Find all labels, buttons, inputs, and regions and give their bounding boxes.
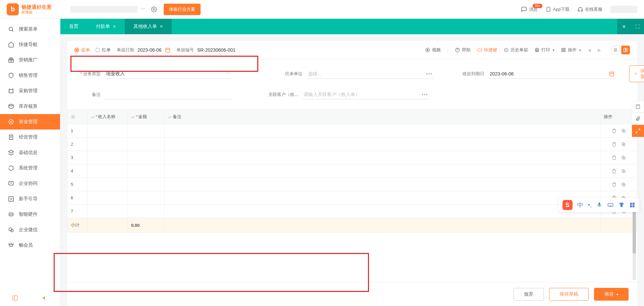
help-link[interactable]: 帮助: [455, 47, 471, 53]
rail-expand-button[interactable]: [632, 125, 644, 137]
tab-close-all-button[interactable]: ✕: [617, 19, 631, 34]
ops-link[interactable]: 操作▾: [561, 47, 581, 53]
table-row[interactable]: 4: [67, 164, 637, 178]
ime-keyboard-icon[interactable]: [607, 202, 614, 208]
col-remark[interactable]: ▴▾备注: [165, 110, 600, 124]
row-copy-button[interactable]: [621, 142, 626, 147]
cell-amount[interactable]: [128, 164, 165, 178]
tab-1[interactable]: 付款单✕: [87, 19, 125, 34]
history-link[interactable]: 历史单据: [504, 47, 528, 53]
party-input[interactable]: [307, 69, 434, 79]
table-row[interactable]: 3: [67, 151, 637, 164]
row-copy-button[interactable]: [621, 129, 626, 133]
print-link[interactable]: 打印▾: [535, 47, 554, 53]
cell-remark[interactable]: [165, 164, 600, 178]
sidebar-item-money[interactable]: 资金管理: [0, 114, 60, 130]
cell-income-name[interactable]: [88, 164, 128, 178]
company-selector[interactable]: ﹀: [70, 6, 146, 13]
sidebar-item-wechat[interactable]: 企业微信: [0, 222, 60, 238]
sidebar-item-bag[interactable]: 采购管理: [0, 83, 60, 99]
cell-amount[interactable]: [128, 151, 165, 164]
messages-link[interactable]: 消息 99+: [521, 6, 538, 12]
row-copy-button[interactable]: [621, 169, 626, 173]
row-delete-button[interactable]: [612, 129, 616, 133]
table-row[interactable]: 2: [67, 138, 637, 151]
setting-button[interactable]: 设置: [629, 65, 644, 82]
ime-skin-icon[interactable]: [619, 202, 625, 208]
close-icon[interactable]: ✕: [160, 24, 163, 29]
cell-amount[interactable]: [128, 191, 165, 205]
cell-remark[interactable]: [165, 124, 600, 138]
ime-mic-icon[interactable]: [596, 202, 602, 208]
col-gear-header[interactable]: [67, 110, 88, 124]
ime-punct-button[interactable]: •,: [588, 202, 592, 209]
cell-income-name[interactable]: [88, 138, 128, 151]
related-customer-input[interactable]: [302, 90, 430, 99]
calendar-icon[interactable]: [165, 47, 170, 53]
row-delete-button[interactable]: [612, 169, 616, 173]
cell-remark[interactable]: [165, 205, 600, 218]
row-delete-button[interactable]: [612, 142, 616, 147]
sidebar-item-home[interactable]: 快捷导航: [0, 37, 60, 52]
sidebar-item-chat[interactable]: 企业协同: [0, 176, 60, 191]
tab-2[interactable]: 其他收入单✕: [125, 19, 172, 34]
ime-toolbox-icon[interactable]: [629, 202, 635, 208]
view-form-button[interactable]: [621, 46, 630, 54]
col-income-name[interactable]: ▴▾*收入名称: [88, 110, 128, 124]
cell-amount[interactable]: [128, 138, 165, 151]
discard-button[interactable]: 放弃: [514, 288, 544, 301]
sidebar-item-box[interactable]: 库存核算: [0, 99, 60, 114]
table-scrollbar[interactable]: [633, 210, 636, 280]
remark-input[interactable]: [105, 90, 232, 99]
rail-note-button[interactable]: [632, 101, 644, 113]
cell-remark[interactable]: [165, 138, 600, 151]
col-amount[interactable]: ▴▾*金额: [128, 110, 165, 124]
tab-0[interactable]: 首页: [60, 19, 87, 34]
sidebar-item-gift[interactable]: 营销推广: [0, 52, 60, 68]
row-copy-button[interactable]: [621, 155, 626, 160]
sidebar-item-doc[interactable]: 经营管理: [0, 130, 60, 145]
row-copy-button[interactable]: [621, 182, 626, 187]
tab-expand-button[interactable]: ⛶: [631, 19, 644, 34]
cell-income-name[interactable]: [88, 151, 128, 164]
ime-toolbar[interactable]: S 中 •,: [558, 198, 639, 212]
next-doc-button[interactable]: ▶: [598, 48, 601, 53]
prev-doc-button[interactable]: ◀: [588, 48, 591, 53]
table-row[interactable]: 5: [67, 178, 637, 191]
cell-amount[interactable]: [128, 178, 165, 191]
save-button[interactable]: 保存▾: [594, 288, 629, 301]
user-avatar-placeholder[interactable]: [610, 6, 637, 13]
close-icon[interactable]: ✕: [113, 24, 116, 29]
sidebar-item-shield[interactable]: 销售管理: [0, 68, 60, 83]
more-icon[interactable]: •••: [422, 92, 428, 97]
gear-icon[interactable]: [151, 6, 157, 12]
more-icon[interactable]: •••: [426, 71, 433, 76]
sidebar-collapse-button[interactable]: [0, 290, 30, 306]
radio-blue[interactable]: 蓝单: [74, 47, 90, 53]
cell-income-name[interactable]: [88, 191, 128, 205]
table-row[interactable]: 1: [67, 124, 637, 138]
doc-date-value[interactable]: 2023-06-06: [138, 47, 162, 53]
sidebar-sound-button[interactable]: [30, 290, 60, 306]
rail-attach-button[interactable]: [632, 113, 644, 125]
sidebar-item-layers[interactable]: 基础信息: [0, 145, 60, 160]
sidebar-item-search[interactable]: 搜索菜单: [0, 21, 60, 37]
cell-remark[interactable]: [165, 178, 600, 191]
video-link[interactable]: 视频: [425, 47, 441, 53]
online-service-link[interactable]: 在线客服: [578, 6, 602, 12]
table-row[interactable]: 6: [67, 191, 637, 205]
sidebar-item-arrow[interactable]: 新手引导: [0, 191, 60, 207]
sidebar-item-robot[interactable]: 智能硬件: [0, 207, 60, 222]
biz-type-input[interactable]: [105, 69, 232, 79]
radio-red[interactable]: 红单: [95, 47, 111, 53]
ime-lang-button[interactable]: 中: [577, 201, 583, 209]
cell-income-name[interactable]: [88, 178, 128, 191]
cell-remark[interactable]: [165, 191, 600, 205]
cell-income-name[interactable]: [88, 124, 128, 138]
row-delete-button[interactable]: [612, 182, 616, 187]
row-delete-button[interactable]: [612, 155, 616, 160]
chevron-down-icon[interactable]: ﹀: [226, 71, 231, 77]
cell-amount[interactable]: [128, 124, 165, 138]
shortcut-link[interactable]: 快捷键: [477, 47, 497, 53]
cell-income-name[interactable]: [88, 205, 128, 218]
